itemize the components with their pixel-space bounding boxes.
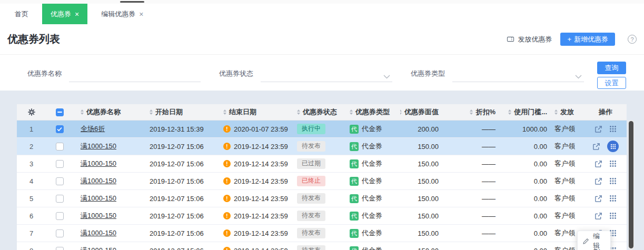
vertical-scrollbar[interactable] — [628, 120, 634, 250]
filter-bar: 优惠券名称 优惠券状态 优惠券类型 查询 设置 — [0, 55, 644, 91]
header-issue[interactable]: 发放 — [550, 104, 584, 120]
voucher-type-icon: 代 — [350, 229, 359, 238]
header-start-date[interactable]: 开始日期 — [145, 104, 219, 120]
table-row[interactable]: 7满1000-1502019-12-07 15:06!2019-12-14 23… — [17, 225, 627, 242]
discount-cell: —— — [461, 155, 502, 172]
voucher-type-icon: 代 — [350, 177, 359, 186]
row-checkbox[interactable] — [56, 212, 64, 220]
table-row[interactable]: 1全场6折2019-12-31 15:39!2020-01-07 23:59执行… — [17, 121, 627, 138]
more-grid-icon[interactable] — [609, 177, 617, 185]
gear-icon[interactable] — [27, 108, 36, 116]
threshold-cell: 0.00 — [502, 190, 550, 207]
export-icon[interactable] — [595, 212, 602, 220]
coupon-name-link[interactable]: 满1000-150 — [81, 159, 116, 168]
header-status[interactable]: 优惠券状态 — [293, 104, 345, 120]
query-button[interactable]: 查询 — [597, 62, 626, 74]
end-date-cell: !2019-12-14 23:59 — [219, 155, 293, 172]
header-face-value[interactable]: 优惠券面值 — [400, 104, 461, 120]
header-coupon-name[interactable]: 优惠券名称 — [73, 104, 145, 120]
table-row[interactable]: 8满1000-1502019-12-07 15:06!2019-12-14 23… — [17, 242, 627, 250]
coupon-name-link[interactable]: 满1000-150 — [81, 228, 116, 238]
more-grid-icon[interactable] — [609, 212, 617, 219]
row-checkbox[interactable] — [56, 143, 64, 151]
distribute-coupon-button[interactable]: 发放优惠券 — [507, 35, 552, 44]
discount-cell: —— — [461, 138, 502, 155]
header-threshold[interactable]: 使用门槛... — [502, 104, 550, 120]
export-icon[interactable] — [595, 195, 602, 203]
row-index: 6 — [17, 207, 46, 224]
discount-cell: —— — [461, 173, 502, 189]
coupon-name-link[interactable]: 满1000-150 — [81, 194, 116, 203]
face-value-cell: 150.00 — [400, 173, 461, 189]
coupon-name-cell: 满1000-150 — [73, 225, 145, 242]
horizontal-scrollbar-thumb[interactable] — [120, 1, 144, 3]
table-row[interactable]: 3满1000-1502019-12-07 15:06!2019-12-14 23… — [17, 155, 627, 173]
table-row[interactable]: 5满1000-1502019-12-07 15:06!2019-12-14 23… — [17, 190, 627, 207]
menu-item-edit[interactable]: 编辑 — [578, 233, 610, 249]
coupon-name-link[interactable]: 满1000-150 — [81, 176, 116, 186]
end-date-text: 2019-12-14 23:59 — [234, 212, 288, 220]
more-grid-icon-active[interactable] — [607, 141, 619, 152]
export-icon[interactable] — [595, 125, 602, 133]
start-date-cell: 2019-12-07 15:06 — [145, 138, 219, 155]
row-index: 5 — [17, 190, 46, 207]
filter-coupon-name: 优惠券名称 — [27, 67, 201, 82]
coupon-name-cell: 满1000-150 — [73, 155, 145, 172]
header-type[interactable]: 优惠券类型 — [345, 104, 400, 120]
table-row[interactable]: 6满1000-1502019-12-07 15:06!2019-12-14 23… — [17, 207, 627, 225]
export-icon[interactable] — [592, 143, 600, 151]
end-date-text: 2020-01-07 23:59 — [234, 125, 288, 133]
coupon-name-link[interactable]: 满1000-150 — [81, 211, 116, 221]
header-label: 优惠券名称 — [86, 107, 121, 117]
row-checkbox[interactable] — [56, 195, 64, 203]
end-date-cell: !2019-12-14 23:59 — [219, 225, 293, 242]
coupon-name-input[interactable] — [69, 67, 201, 82]
type-cell: 代代金券 — [345, 225, 400, 242]
row-actions — [584, 173, 627, 189]
header-discount[interactable]: 折扣% — [461, 104, 502, 120]
table-row[interactable]: 4满1000-1502019-12-07 15:06!2019-12-14 23… — [17, 173, 627, 190]
coupon-type-select[interactable] — [452, 67, 584, 82]
select-all-checkbox[interactable] — [56, 108, 64, 116]
close-icon[interactable]: × — [75, 11, 79, 18]
row-checkbox[interactable] — [56, 247, 64, 250]
status-cell: 已过期 — [293, 155, 345, 172]
row-checkbox[interactable] — [56, 160, 64, 168]
close-icon[interactable]: × — [139, 11, 143, 18]
more-grid-icon[interactable] — [609, 195, 617, 202]
export-icon[interactable] — [595, 177, 602, 185]
export-icon[interactable] — [595, 160, 602, 168]
row-checkbox[interactable] — [56, 125, 64, 133]
coupon-name-link[interactable]: 满1000-150 — [81, 246, 116, 250]
end-date-text: 2019-12-14 23:59 — [234, 177, 288, 185]
tab-coupon[interactable]: 优惠券 × — [42, 4, 87, 24]
type-label: 代金券 — [362, 159, 382, 168]
row-checkbox[interactable] — [56, 229, 64, 237]
status-badge: 待发布 — [297, 245, 325, 250]
more-grid-icon[interactable] — [609, 160, 617, 167]
coupon-name-link[interactable]: 全场6折 — [81, 124, 105, 134]
discount-cell: —— — [461, 225, 502, 242]
coupon-status-select[interactable] — [261, 67, 392, 82]
tab-home[interactable]: 首页 — [6, 4, 37, 24]
vertical-scrollbar-thumb[interactable] — [629, 121, 633, 248]
threshold-cell: 0.00 — [502, 225, 550, 242]
column-settings-header[interactable] — [17, 104, 46, 120]
coupon-name-link[interactable]: 满1000-150 — [81, 142, 116, 151]
help-icon[interactable]: ? — [628, 35, 637, 44]
issue-cell: 客户领 — [550, 173, 584, 189]
header-end-date[interactable]: 结束日期 — [219, 104, 293, 120]
voucher-type-icon: 代 — [350, 142, 359, 151]
status-badge: 待发布 — [297, 228, 325, 238]
tab-edit-coupon[interactable]: 编辑优惠券 × — [93, 4, 152, 24]
create-coupon-button[interactable]: + 新增优惠券 — [560, 33, 615, 46]
type-cell: 代代金券 — [345, 242, 400, 250]
warning-icon: ! — [223, 125, 231, 133]
table-row[interactable]: 2满1000-1502019-12-07 15:06!2019-12-14 23… — [17, 138, 627, 155]
status-badge: 待发布 — [297, 211, 325, 221]
row-checkbox[interactable] — [56, 177, 64, 185]
more-grid-icon[interactable] — [609, 125, 617, 133]
settings-button[interactable]: 设置 — [597, 77, 626, 89]
face-value-cell: 150.00 — [400, 138, 461, 155]
sort-icon — [508, 109, 511, 115]
